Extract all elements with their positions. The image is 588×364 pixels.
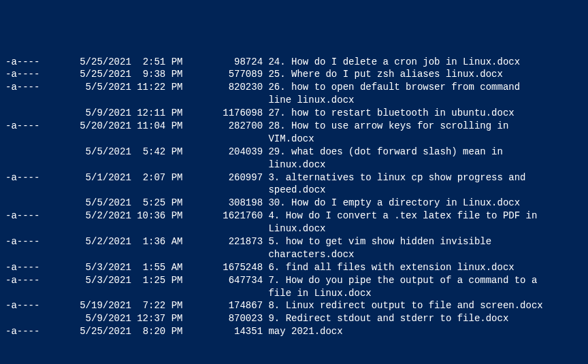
file-time: 1:36 AM [131, 235, 183, 248]
file-mode: -a---- [5, 235, 39, 248]
file-size: 820230 [182, 81, 263, 94]
file-name: 9. Redirect stdout and stderr to file.do… [268, 313, 508, 324]
file-row: 5/5/20215:42 PM204039 29. what does (dot… [5, 146, 583, 159]
file-mode: -a---- [5, 171, 39, 184]
file-size: 174867 [182, 299, 263, 312]
file-row-continuation: file in Linux.docx [5, 287, 583, 300]
file-row: -a----5/25/20212:51 PM98724 24. How do I… [5, 56, 583, 69]
file-row: 5/5/20215:25 PM308198 30. How do I empty… [5, 197, 583, 210]
file-date: 5/20/2021 [39, 120, 131, 133]
file-date: 5/5/2021 [39, 146, 131, 159]
file-mode: -a---- [5, 261, 39, 274]
file-name: 28. How to use arrow keys for scrolling … [268, 120, 508, 131]
file-size: 221873 [182, 235, 263, 248]
file-size: 260997 [182, 171, 263, 184]
file-mode: -a---- [5, 210, 39, 222]
file-name-continuation: speed.docx [268, 184, 325, 195]
file-mode: -a---- [5, 68, 39, 81]
file-size: 577089 [182, 68, 263, 81]
file-time: 2:51 PM [131, 56, 183, 69]
file-date: 5/19/2021 [39, 299, 131, 312]
file-name: 29. what does (dot forward slash) mean i… [268, 146, 502, 157]
file-mode: -a---- [5, 120, 39, 133]
file-time: 12:37 PM [131, 312, 183, 325]
file-time: 2:07 PM [131, 171, 183, 184]
file-time: 1:25 PM [131, 274, 183, 287]
file-name-continuation: Linux.docx [268, 223, 325, 234]
file-mode: -a---- [5, 274, 39, 287]
file-date: 5/5/2021 [39, 197, 131, 210]
file-time: 10:36 PM [131, 210, 183, 222]
file-time: 5:42 PM [131, 146, 183, 159]
file-row: -a----5/2/20211:36 AM221873 5. how to ge… [5, 235, 583, 248]
file-name-continuation: file in Linux.docx [268, 288, 371, 299]
file-name: 8. Linux redirect output to file and scr… [268, 300, 542, 311]
file-name: 25. Where do I put zsh aliases linux.doc… [268, 69, 502, 80]
file-mode: -a---- [5, 325, 39, 338]
file-date: 5/3/2021 [39, 274, 131, 287]
file-name-continuation: VIM.docx [268, 133, 314, 144]
file-date: 5/2/2021 [39, 235, 131, 248]
file-row: -a----5/3/20211:25 PM647734 7. How do yo… [5, 274, 583, 287]
file-date: 5/25/2021 [39, 325, 131, 338]
file-row-continuation: line linux.docx [5, 94, 583, 107]
file-row: -a----5/19/20217:22 PM174867 8. Linux re… [5, 299, 583, 312]
file-row-continuation: Linux.docx [5, 222, 583, 235]
file-name: 24. How do I delete a cron job in Linux.… [268, 56, 520, 67]
file-date: 5/9/2021 [39, 312, 131, 325]
file-date: 5/1/2021 [39, 171, 131, 184]
file-mode: -a---- [5, 56, 39, 69]
file-time: 11:04 PM [131, 120, 183, 133]
file-size: 870023 [182, 312, 263, 325]
file-date: 5/25/2021 [39, 56, 131, 69]
file-row: 5/9/202112:37 PM870023 9. Redirect stdou… [5, 312, 583, 325]
file-row: 5/9/202112:11 PM1176098 27. how to resta… [5, 107, 583, 120]
file-row: -a----5/25/20219:38 PM577089 25. Where d… [5, 68, 583, 81]
file-name-continuation: line linux.docx [268, 95, 354, 105]
file-name: may 2021.docx [268, 326, 342, 337]
file-size: 308198 [182, 197, 263, 210]
file-row: -a----5/20/202111:04 PM282700 28. How to… [5, 120, 583, 133]
file-row-continuation: characters.docx [5, 248, 583, 261]
file-row: -a----5/5/202111:22 PM820230 26. how to … [5, 81, 583, 94]
file-listing: -a----5/25/20212:51 PM98724 24. How do I… [5, 56, 583, 339]
file-date: 5/3/2021 [39, 261, 131, 274]
file-date: 5/25/2021 [39, 68, 131, 81]
file-name: 3. alternatives to linux cp show progres… [268, 172, 525, 183]
file-date: 5/2/2021 [39, 210, 131, 222]
file-time: 1:55 AM [131, 261, 183, 274]
file-row-continuation: speed.docx [5, 184, 583, 197]
file-name: 30. How do I empty a directory in Linux.… [268, 197, 520, 208]
file-row: -a----5/1/20212:07 PM260997 3. alternati… [5, 171, 583, 184]
file-date: 5/9/2021 [39, 107, 131, 120]
file-size: 1176098 [182, 107, 263, 120]
file-name: 7. How do you pipe the output of a comma… [268, 275, 537, 286]
file-mode: -a---- [5, 81, 39, 94]
file-row: -a----5/2/202110:36 PM1621760 4. How do … [5, 210, 583, 222]
file-time: 11:22 PM [131, 81, 183, 94]
file-name-continuation: characters.docx [268, 249, 354, 260]
file-name: 26. how to open default browser from com… [268, 82, 520, 93]
file-size: 282700 [182, 120, 263, 133]
file-row-continuation: linux.docx [5, 159, 583, 171]
file-time: 5:25 PM [131, 197, 183, 210]
file-time: 8:20 PM [131, 325, 183, 338]
file-size: 14351 [182, 325, 263, 338]
file-size: 1675248 [182, 261, 263, 274]
file-time: 7:22 PM [131, 299, 183, 312]
file-name: 6. find all files with extension linux.d… [268, 262, 514, 273]
file-name: 5. how to get vim show hidden invisible [268, 236, 491, 247]
file-time: 9:38 PM [131, 68, 183, 81]
file-name: 4. How do I convert a .tex latex file to… [268, 210, 537, 221]
file-row: -a----5/25/20218:20 PM14351 may 2021.doc… [5, 325, 583, 338]
file-name-continuation: linux.docx [268, 159, 325, 170]
file-name: 27. how to restart bluetooth in ubuntu.d… [268, 107, 514, 118]
file-size: 1621760 [182, 210, 263, 222]
file-row: -a----5/3/20211:55 AM1675248 6. find all… [5, 261, 583, 274]
file-mode: -a---- [5, 299, 39, 312]
file-size: 98724 [182, 56, 263, 69]
file-time: 12:11 PM [131, 107, 183, 120]
file-row-continuation: VIM.docx [5, 133, 583, 146]
file-date: 5/5/2021 [39, 81, 131, 94]
file-size: 204039 [182, 146, 263, 159]
